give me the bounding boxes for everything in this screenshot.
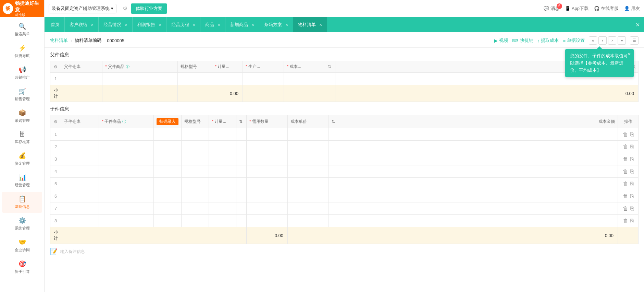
child-row3-unit[interactable] — [209, 153, 236, 165]
child-th-scan[interactable]: 扫码录入 — [154, 115, 182, 128]
tab-operations-close[interactable]: ✕ — [125, 23, 127, 27]
tab-history-close[interactable]: ✕ — [193, 23, 195, 27]
child-row8-qty[interactable] — [247, 215, 288, 227]
child-row8-delete-icon[interactable]: 🗑 — [623, 218, 628, 224]
scan-input-button[interactable]: 扫码录入 — [157, 118, 178, 125]
child-row3-product[interactable] — [99, 153, 154, 165]
child-row6-unit[interactable] — [209, 190, 236, 202]
child-row1-spec[interactable] — [182, 128, 209, 141]
child-row7-unit-cost[interactable] — [288, 202, 329, 215]
sidebar-item-guide[interactable]: 🎯 新手引导 — [2, 257, 42, 278]
tab-products-close[interactable]: ✕ — [218, 23, 220, 27]
nav-prev-button[interactable]: ‹ — [598, 36, 607, 45]
shortcut-button[interactable]: ⌨ 快捷键 — [512, 37, 533, 44]
tab-bom[interactable]: 物料清单 ✕ — [293, 17, 327, 32]
child-row3-copy-icon[interactable]: ⎘ — [630, 156, 634, 162]
child-row7-delete-icon[interactable]: 🗑 — [623, 206, 628, 212]
child-row2-spec[interactable] — [182, 141, 209, 153]
child-row5-unit-cost[interactable] — [288, 178, 329, 190]
child-row5-product[interactable] — [99, 178, 154, 190]
settings-gear-icon[interactable]: ⚙ — [123, 5, 127, 12]
app-download-button[interactable]: 📱 App下载 — [565, 5, 589, 12]
tab-operations[interactable]: 经营情况 ✕ — [99, 17, 133, 32]
parent-row1-warehouse[interactable] — [61, 73, 102, 85]
child-th-sort[interactable]: ⇅ — [236, 115, 247, 128]
sidebar-item-system[interactable]: ⚙️ 系统管理 — [2, 213, 42, 234]
view-video-button[interactable]: ▶ 视频 — [494, 37, 508, 44]
parent-row1-cost[interactable] — [284, 73, 325, 85]
tab-barcode[interactable]: 条码方案 ✕ — [259, 17, 293, 32]
child-row3-warehouse[interactable] — [61, 153, 99, 165]
child-row6-copy-icon[interactable]: ⎘ — [630, 193, 634, 199]
child-row7-copy-icon[interactable]: ⎘ — [630, 206, 634, 212]
child-row7-qty[interactable] — [247, 202, 288, 215]
child-row1-copy-icon[interactable]: ⎘ — [630, 131, 634, 138]
online-service-button[interactable]: 🎧 在线客服 — [594, 5, 619, 12]
child-row7-warehouse[interactable] — [61, 202, 99, 215]
tab-home[interactable]: 首页 — [46, 17, 65, 32]
child-row3-unit-cost[interactable] — [288, 153, 329, 165]
message-button[interactable]: 💬 消息 6 — [544, 5, 559, 12]
parent-row1-produce[interactable] — [243, 73, 284, 85]
child-row5-qty[interactable] — [247, 178, 288, 190]
child-row2-product[interactable] — [99, 141, 154, 153]
sidebar-item-quick-nav[interactable]: ⚡ 快捷导航 — [2, 41, 42, 62]
child-row1-product[interactable] — [99, 128, 154, 141]
child-row4-warehouse[interactable] — [61, 165, 99, 178]
single-settings-button[interactable]: ≡ 单据设置 — [563, 37, 585, 44]
child-row6-qty[interactable] — [247, 190, 288, 202]
tab-profit-close[interactable]: ✕ — [159, 23, 161, 27]
child-row6-warehouse[interactable] — [61, 190, 99, 202]
nav-prev-prev-button[interactable]: « — [589, 36, 597, 45]
parent-row1-spec[interactable] — [178, 73, 212, 85]
child-th-sort2[interactable]: ⇅ — [329, 115, 339, 128]
child-row2-delete-icon[interactable]: 🗑 — [623, 144, 628, 150]
child-row1-unit[interactable] — [209, 128, 236, 141]
child-row1-delete-icon[interactable]: 🗑 — [623, 131, 628, 138]
tab-new-product[interactable]: 新增商品 ✕ — [225, 17, 259, 32]
child-row4-spec[interactable] — [182, 165, 209, 178]
tooltip-close-button[interactable]: ✕ — [628, 51, 631, 58]
user-button[interactable]: 👤 用友 — [624, 5, 640, 12]
child-row7-spec[interactable] — [182, 202, 209, 215]
close-all-tabs-button[interactable]: ✕ — [633, 22, 643, 28]
child-row5-spec[interactable] — [182, 178, 209, 190]
child-row4-unit-cost[interactable] — [288, 165, 329, 178]
child-row3-qty[interactable] — [247, 153, 288, 165]
sidebar-item-search[interactable]: 🔍 搜索菜单 — [2, 19, 42, 40]
parent-th-gear[interactable]: ⚙ — [50, 61, 61, 73]
tab-history[interactable]: 经营历程 ✕ — [166, 17, 200, 32]
child-row3-delete-icon[interactable]: 🗑 — [623, 156, 628, 162]
child-row2-unit-cost[interactable] — [288, 141, 329, 153]
child-row5-unit[interactable] — [209, 178, 236, 190]
system-title-dropdown[interactable]: 装备及固定资产辅助管理系统 ▾ — [49, 4, 116, 13]
child-row4-qty[interactable] — [247, 165, 288, 178]
child-row2-warehouse[interactable] — [61, 141, 99, 153]
child-row2-qty[interactable] — [247, 141, 288, 153]
sidebar-item-operation[interactable]: 📊 经营管理 — [2, 170, 42, 191]
tab-customers[interactable]: 客户联络 ✕ — [65, 17, 99, 32]
child-row1-qty[interactable] — [247, 128, 288, 141]
parent-row1-product[interactable] — [102, 73, 178, 85]
tab-barcode-close[interactable]: ✕ — [285, 23, 288, 27]
child-row8-unit[interactable] — [209, 215, 236, 227]
parent-row1-unit[interactable] — [212, 73, 243, 85]
child-row5-warehouse[interactable] — [61, 178, 99, 190]
child-row2-copy-icon[interactable]: ⎘ — [630, 144, 634, 150]
child-row1-unit-cost[interactable] — [288, 128, 329, 141]
child-row4-product[interactable] — [99, 165, 154, 178]
parent-th-sort[interactable]: ⇅ — [325, 61, 335, 73]
child-row6-spec[interactable] — [182, 190, 209, 202]
sidebar-item-cooperation[interactable]: 🤝 企业协同 — [2, 235, 42, 256]
table-view-button[interactable]: ☰ — [630, 36, 639, 45]
sidebar-item-basic-info[interactable]: 📋 基础信息 — [2, 192, 42, 213]
sidebar-item-marketing[interactable]: 📢 营销推广 — [2, 62, 42, 83]
tab-new-product-close[interactable]: ✕ — [251, 23, 254, 27]
child-row7-unit[interactable] — [209, 202, 236, 215]
child-row5-delete-icon[interactable]: 🗑 — [623, 181, 628, 187]
child-row4-delete-icon[interactable]: 🗑 — [623, 168, 628, 175]
child-row8-warehouse[interactable] — [61, 215, 99, 227]
sidebar-item-sales[interactable]: 🛒 销售管理 — [2, 84, 42, 105]
child-row2-unit[interactable] — [209, 141, 236, 153]
child-row5-copy-icon[interactable]: ⎘ — [630, 181, 634, 187]
